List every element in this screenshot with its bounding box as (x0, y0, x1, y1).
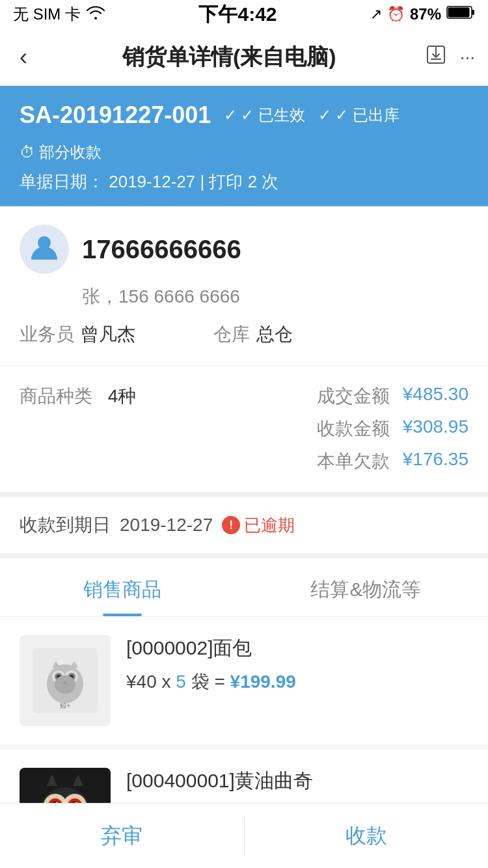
product-name-1: [0000002]面包 (126, 635, 468, 662)
owed-amount-row: 本单欠款 ¥176.35 (317, 449, 468, 474)
product-info-1: [0000002]面包 ¥40 x 5 袋 = ¥199.99 (126, 635, 468, 694)
summary-left: 商品种类 4种 (20, 384, 136, 409)
status-bar: 无 SIM 卡 下午4:42 ↗ ⏰ 87% (0, 0, 488, 29)
overdue-alert-icon: ! (222, 516, 240, 534)
export-button[interactable] (425, 44, 447, 70)
customer-meta: 业务员 曾凡杰 仓库 总仓 (20, 322, 468, 347)
due-date-section: 收款到期日 2019-12-27 ! 已逾期 (0, 497, 488, 558)
more-button[interactable]: ··· (460, 47, 475, 68)
time-display: 下午4:42 (198, 1, 277, 28)
nav-right-actions: ··· (425, 44, 475, 70)
due-date-label: 收款到期日 (20, 513, 111, 537)
badge-effective: ✓ ✓ 已生效 (224, 105, 305, 126)
salesperson-info: 业务员 曾凡杰 (20, 322, 135, 347)
customer-name: 17666666666 (82, 235, 241, 264)
overdue-text: 已逾期 (244, 514, 295, 537)
cancel-review-button[interactable]: 弃审 (0, 804, 244, 868)
customer-sub-info: 张，156 6666 6666 (20, 284, 468, 309)
badge-shipped: ✓ ✓ 已出库 (318, 105, 400, 126)
check-icon-1: ✓ (224, 106, 237, 124)
clock-icon: ⏱ (20, 143, 35, 161)
summary-right: 成交金额 ¥485.30 收款金额 ¥308.95 本单欠款 ¥176.35 (317, 384, 468, 474)
product-name-2: [000400001]黄油曲奇 (126, 768, 468, 794)
person-icon (30, 232, 59, 267)
tab-settlement-logistics[interactable]: 结算&物流等 (244, 558, 488, 616)
bottom-action-bar: 弃审 收款 (0, 803, 488, 868)
status-left: 无 SIM 卡 (13, 4, 105, 25)
order-id: SA-20191227-001 (20, 102, 211, 129)
location-icon: ↗ (370, 6, 382, 23)
tab-sales-products[interactable]: 销售商品 (0, 558, 244, 616)
alarm-icon: ⏰ (387, 6, 405, 23)
customer-section: 17666666666 张，156 6666 6666 业务员 曾凡杰 仓库 总… (0, 206, 488, 366)
page-title: 销货单详情(来自电脑) (34, 42, 425, 72)
carrier-text: 无 SIM 卡 (13, 4, 81, 25)
customer-row: 17666666666 (20, 224, 468, 274)
badge-partial-payment: ⏱ 部分收款 (20, 142, 102, 163)
received-amount-row: 收款金额 ¥308.95 (317, 416, 468, 441)
product-tabs: 销售商品 结算&物流等 (0, 558, 488, 617)
order-header-banner: SA-20191227-001 ✓ ✓ 已生效 ✓ ✓ 已出库 ⏱ 部分收款 单… (0, 86, 488, 206)
overdue-badge: ! 已逾期 (222, 514, 295, 537)
avatar (20, 224, 69, 274)
svg-rect-1 (472, 10, 474, 15)
deal-amount-row: 成交金额 ¥485.30 (317, 384, 468, 409)
battery-icon (446, 5, 475, 23)
collect-payment-button[interactable]: 收款 (245, 804, 489, 868)
status-right: ↗ ⏰ 87% (370, 5, 475, 23)
svg-rect-2 (448, 8, 469, 18)
check-icon-2: ✓ (318, 106, 331, 124)
nav-bar: ‹ 销货单详情(来自电脑) ··· (0, 29, 488, 86)
product-types-info: 商品种类 4种 (20, 384, 136, 409)
order-id-row: SA-20191227-001 ✓ ✓ 已生效 ✓ ✓ 已出库 ⏱ 部分收款 (20, 102, 468, 163)
svg-point-13 (55, 675, 75, 694)
summary-section: 商品种类 4种 成交金额 ¥485.30 收款金额 ¥308.95 本单欠款 ¥… (0, 366, 488, 497)
warehouse-info: 仓库 总仓 (213, 322, 293, 347)
svg-text:鲸+: 鲸+ (60, 702, 70, 709)
product-price-1: ¥40 x 5 袋 = ¥199.99 (126, 670, 468, 694)
order-date-row: 单据日期： 2019-12-27 | 打印 2 次 (20, 170, 468, 193)
battery-text: 87% (410, 5, 441, 23)
back-button[interactable]: ‹ (13, 37, 34, 77)
product-thumbnail-1: 鲸+ (20, 635, 111, 726)
due-date-value: 2019-12-27 (120, 515, 213, 536)
wifi-icon (86, 5, 105, 23)
list-item: 鲸+ [0000002]面包 ¥40 x 5 袋 = ¥199.99 (0, 617, 488, 744)
